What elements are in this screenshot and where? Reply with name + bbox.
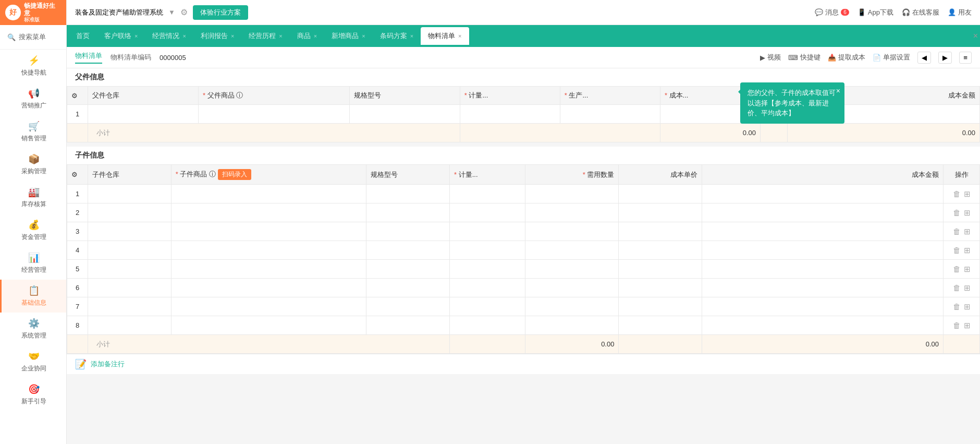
child-row-2-unit[interactable] bbox=[450, 203, 525, 222]
shortcut-button[interactable]: ⌨ 快捷键 bbox=[788, 53, 820, 62]
child-row-7-spec[interactable] bbox=[366, 297, 450, 316]
child-row-4-unit-cost[interactable] bbox=[619, 241, 702, 260]
tab-profit-report[interactable]: 利润报告 × bbox=[193, 27, 241, 45]
add-note-label[interactable]: 添加备注行 bbox=[91, 359, 125, 369]
close-ops-tab[interactable]: × bbox=[182, 33, 186, 39]
child-row-4-product[interactable] bbox=[171, 241, 366, 260]
child-row-7-unit-cost[interactable] bbox=[619, 297, 702, 316]
sidebar-item-quick-nav[interactable]: ⚡ 快捷导航 bbox=[0, 50, 66, 82]
delete-row-8-icon[interactable]: 🗑 bbox=[953, 321, 961, 330]
child-row-8-product[interactable] bbox=[171, 316, 366, 335]
app-download-button[interactable]: 📱 App下载 bbox=[858, 8, 893, 17]
copy-row-5-icon[interactable]: ⊞ bbox=[964, 265, 971, 274]
delete-row-4-icon[interactable]: 🗑 bbox=[953, 246, 961, 255]
child-row-6-unit[interactable] bbox=[450, 279, 525, 297]
delete-row-5-icon[interactable]: 🗑 bbox=[953, 265, 961, 273]
child-row-1-warehouse[interactable] bbox=[88, 185, 172, 203]
trial-button[interactable]: 体验行业方案 bbox=[193, 5, 248, 20]
child-row-1-product[interactable] bbox=[171, 185, 366, 203]
user-button[interactable]: 👤 用友 bbox=[948, 8, 972, 17]
child-row-8-cost-amount[interactable] bbox=[702, 316, 944, 335]
child-row-5-cost-amount[interactable] bbox=[702, 260, 944, 279]
child-row-5-product[interactable] bbox=[171, 260, 366, 279]
search-menu-button[interactable]: 🔍 搜索菜单 bbox=[4, 29, 62, 45]
tooltip-close-button[interactable]: × bbox=[836, 86, 840, 97]
child-row-1-required-qty[interactable] bbox=[525, 185, 619, 203]
child-row-3-cost-amount[interactable] bbox=[702, 222, 944, 241]
parent-col-settings[interactable]: ⚙ bbox=[67, 87, 88, 105]
copy-row-7-icon[interactable]: ⊞ bbox=[964, 302, 971, 311]
view-button[interactable]: ▶ 视频 bbox=[760, 53, 781, 62]
child-row-5-required-qty[interactable] bbox=[525, 260, 619, 279]
child-row-7-required-qty[interactable] bbox=[525, 297, 619, 316]
scan-input-button[interactable]: 扫码录入 bbox=[218, 169, 251, 180]
sidebar-item-cooperation[interactable]: 🤝 企业协同 bbox=[0, 345, 66, 378]
delete-row-2-icon[interactable]: 🗑 bbox=[953, 208, 961, 217]
close-products-tab[interactable]: × bbox=[314, 33, 317, 39]
child-row-7-cost-amount[interactable] bbox=[702, 297, 944, 316]
child-row-4-spec[interactable] bbox=[366, 241, 450, 260]
child-row-4-unit[interactable] bbox=[450, 241, 525, 260]
sidebar-item-inventory[interactable]: 🏭 库存核算 bbox=[0, 181, 66, 214]
delete-row-1-icon[interactable]: 🗑 bbox=[953, 189, 961, 198]
child-row-5-unit-cost[interactable] bbox=[619, 260, 702, 279]
child-row-1-spec[interactable] bbox=[366, 185, 450, 203]
child-row-3-unit-cost[interactable] bbox=[619, 222, 702, 241]
delete-row-3-icon[interactable]: 🗑 bbox=[953, 227, 961, 236]
child-row-8-spec[interactable] bbox=[366, 316, 450, 335]
sidebar-item-system[interactable]: ⚙️ 系统管理 bbox=[0, 313, 66, 345]
online-service-button[interactable]: 🎧 在线客服 bbox=[902, 8, 939, 17]
child-row-2-spec[interactable] bbox=[366, 203, 450, 222]
dropdown-icon[interactable]: ▼ bbox=[168, 8, 175, 16]
child-row-3-warehouse[interactable] bbox=[88, 222, 172, 241]
child-row-4-warehouse[interactable] bbox=[88, 241, 172, 260]
child-row-2-warehouse[interactable] bbox=[88, 203, 172, 222]
delete-row-7-icon[interactable]: 🗑 bbox=[953, 302, 961, 311]
child-row-8-warehouse[interactable] bbox=[88, 316, 172, 335]
next-button[interactable]: ▶ bbox=[938, 52, 952, 64]
child-row-6-cost-amount[interactable] bbox=[702, 279, 944, 297]
settings-icon[interactable]: ⚙ bbox=[180, 7, 188, 17]
message-button[interactable]: 💬 消息 6 bbox=[815, 8, 849, 17]
sidebar-item-basic-info[interactable]: 📋 基础信息 bbox=[0, 280, 66, 313]
sidebar-item-marketing[interactable]: 📢 营销推广 bbox=[0, 82, 66, 115]
child-row-6-product[interactable] bbox=[171, 279, 366, 297]
child-row-8-unit[interactable] bbox=[450, 316, 525, 335]
copy-row-4-icon[interactable]: ⊞ bbox=[964, 246, 971, 255]
tab-products[interactable]: 商品 × bbox=[290, 27, 324, 45]
child-row-1-unit-cost[interactable] bbox=[619, 185, 702, 203]
tab-new-product[interactable]: 新增商品 × bbox=[324, 27, 372, 45]
delete-row-6-icon[interactable]: 🗑 bbox=[953, 283, 961, 292]
close-page-button[interactable]: × bbox=[973, 31, 978, 41]
child-row-6-spec[interactable] bbox=[366, 279, 450, 297]
child-row-3-required-qty[interactable] bbox=[525, 222, 619, 241]
close-new-product-tab[interactable]: × bbox=[362, 33, 365, 39]
prev-button[interactable]: ◀ bbox=[917, 52, 931, 64]
child-row-6-warehouse[interactable] bbox=[88, 279, 172, 297]
child-row-3-product[interactable] bbox=[171, 222, 366, 241]
child-row-2-unit-cost[interactable] bbox=[619, 203, 702, 222]
close-barcode-tab[interactable]: × bbox=[410, 33, 413, 39]
tab-operations-status[interactable]: 经营情况 × bbox=[145, 27, 193, 45]
child-row-4-cost-amount[interactable] bbox=[702, 241, 944, 260]
copy-row-8-icon[interactable]: ⊞ bbox=[964, 321, 971, 330]
child-row-1-unit[interactable] bbox=[450, 185, 525, 203]
child-row-4-required-qty[interactable] bbox=[525, 241, 619, 260]
sidebar-item-guide[interactable]: 🎯 新手引导 bbox=[0, 378, 66, 411]
copy-row-1-icon[interactable]: ⊞ bbox=[964, 189, 971, 199]
child-row-1-cost-amount[interactable] bbox=[702, 185, 944, 203]
breadcrumb-bom[interactable]: 物料清单 bbox=[75, 51, 102, 64]
child-row-2-product[interactable] bbox=[171, 203, 366, 222]
copy-row-2-icon[interactable]: ⊞ bbox=[964, 208, 971, 218]
child-row-2-required-qty[interactable] bbox=[525, 203, 619, 222]
child-row-3-unit[interactable] bbox=[450, 222, 525, 241]
parent-row-1-warehouse[interactable] bbox=[88, 105, 199, 124]
tab-ops-history[interactable]: 经营历程 × bbox=[241, 27, 289, 45]
close-profit-tab[interactable]: × bbox=[231, 33, 234, 39]
parent-row-1-unit[interactable] bbox=[460, 105, 560, 124]
close-ops-history-tab[interactable]: × bbox=[279, 33, 282, 39]
child-row-8-required-qty[interactable] bbox=[525, 316, 619, 335]
child-row-5-unit[interactable] bbox=[450, 260, 525, 279]
child-row-8-unit-cost[interactable] bbox=[619, 316, 702, 335]
child-col-settings[interactable]: ⚙ bbox=[67, 165, 88, 185]
